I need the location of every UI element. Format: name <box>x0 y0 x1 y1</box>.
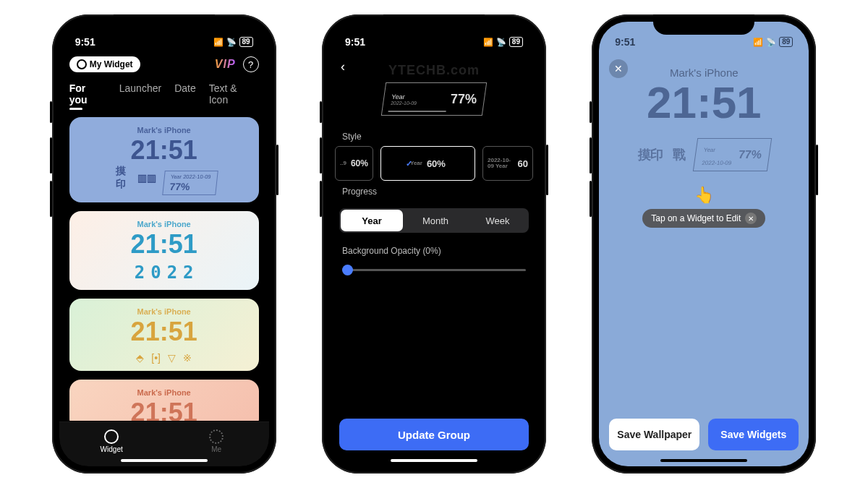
nav-me[interactable]: Me <box>164 429 269 453</box>
category-tabs: For you Launcher Date Text & Icon <box>59 75 269 110</box>
segment-week[interactable]: Week <box>467 208 529 233</box>
pointer-icon: 👆 <box>599 186 809 205</box>
edit-tip: Tap on a Widget to Edit ✕ <box>642 209 765 228</box>
help-icon[interactable]: ? <box>243 56 259 72</box>
signal-icon: 📶 <box>753 38 763 47</box>
card-clock: 21:51 <box>80 317 249 346</box>
widget-icon <box>104 429 119 444</box>
battery-icon: 89 <box>239 37 253 47</box>
home-indicator[interactable] <box>121 459 208 462</box>
style-option-1[interactable]: ..960% <box>335 146 373 181</box>
progress-label: Progress <box>329 181 539 201</box>
widget-preview: Year 2022-10-09 77% <box>381 82 487 116</box>
icon: [•] <box>151 352 161 364</box>
nav-widget[interactable]: Widget <box>59 429 164 453</box>
phone-frame-a: 9:51 📶 📡 89 My Widget VIP ? For you Laun… <box>52 14 276 474</box>
widget-glyph-1[interactable]: 摸印 <box>638 146 663 163</box>
card-owner: Mark's iPhone <box>80 307 249 316</box>
widget-row[interactable]: 摸印 戰 Year2022-10-09 77% <box>599 138 809 171</box>
battery-icon: 89 <box>779 37 793 47</box>
tab-for-you[interactable]: For you <box>69 82 106 106</box>
widget-card-peach[interactable]: Mark's iPhone 21:51 <box>69 380 259 421</box>
widget-card-cream[interactable]: Mark's iPhone 21:51 2 0 2 2 <box>69 211 259 291</box>
icon: ▽ <box>168 352 176 364</box>
year-progress-widget[interactable]: Year2022-10-09 77% <box>693 138 772 171</box>
phone-frame-c: 9:51 📶 📡 89 ✕ Mark's iPhone 21:51 摸印 戰 Y… <box>592 14 816 474</box>
tab-launcher[interactable]: Launcher <box>119 82 161 106</box>
opacity-label: Background Opacity (0%) <box>329 240 539 260</box>
card-clock: 21:51 <box>80 398 249 421</box>
screen-lockscreen-editor: 9:51 📶 📡 89 ✕ Mark's iPhone 21:51 摸印 戰 Y… <box>599 22 809 466</box>
card-owner: Mark's iPhone <box>80 126 249 134</box>
screen-widget-gallery: 9:51 📶 📡 89 My Widget VIP ? For you Laun… <box>59 22 269 466</box>
watermark: YTECHB.com <box>329 63 539 78</box>
preview-percent: 77% <box>451 92 477 107</box>
glyph-icon: 摸印 <box>111 171 130 185</box>
card-owner: Mark's iPhone <box>80 388 249 397</box>
year-progress-hud: Year 2022-10-09 77% <box>162 171 218 195</box>
tab-date[interactable]: Date <box>174 82 196 106</box>
year-segmented: 2 0 2 2 <box>80 262 249 283</box>
close-icon: ✕ <box>614 63 623 74</box>
signal-icon: 📶 <box>213 38 224 47</box>
card-clock: 21:51 <box>80 230 249 259</box>
vip-badge[interactable]: VIP <box>215 58 236 71</box>
wifi-icon: 📡 <box>766 38 776 47</box>
notch <box>383 14 485 35</box>
status-time: 9:51 <box>345 36 365 48</box>
wifi-icon: 📡 <box>496 38 506 47</box>
style-options: ..960% Year60% 2022-10-09 Year60 <box>329 146 539 181</box>
chevron-left-icon: ‹ <box>341 59 345 74</box>
bottom-actions: Save Wallpaper Save Widgets <box>609 419 799 450</box>
card-owner: Mark's iPhone <box>80 220 249 228</box>
widget-card-green[interactable]: Mark's iPhone 21:51 ⬘ [•] ▽ ※ <box>69 299 259 371</box>
me-icon <box>209 429 224 444</box>
icon: ※ <box>183 352 192 364</box>
tip-label: Tap on a Widget to Edit <box>651 213 741 223</box>
tip-close-icon[interactable]: ✕ <box>745 213 757 224</box>
my-widget-label: My Widget <box>90 59 133 69</box>
save-wallpaper-button[interactable]: Save Wallpaper <box>609 419 699 450</box>
slider-thumb[interactable] <box>342 265 353 275</box>
lockscreen-clock[interactable]: 21:51 <box>599 80 809 125</box>
widget-card-blue[interactable]: Mark's iPhone 21:51 摸印 ▥▥ Year 2022-10-0… <box>69 117 259 202</box>
opacity-slider[interactable] <box>329 260 539 274</box>
my-widget-chip[interactable]: My Widget <box>69 56 140 72</box>
icon-row: ⬘ [•] ▽ ※ <box>80 352 249 364</box>
status-time: 9:51 <box>615 36 635 48</box>
widget-list[interactable]: Mark's iPhone 21:51 摸印 ▥▥ Year 2022-10-0… <box>59 110 269 421</box>
segment-month[interactable]: Month <box>404 208 467 233</box>
progress-segment: Year Month Week <box>339 208 529 233</box>
status-time: 9:51 <box>75 36 95 48</box>
home-indicator[interactable] <box>660 459 747 462</box>
phone-frame-b: 9:51 📶 📡 89 ‹ YTECHB.com Year 2022-10-09… <box>322 14 546 474</box>
update-group-button[interactable]: Update Group <box>339 419 529 450</box>
home-indicator[interactable] <box>391 459 477 462</box>
tab-text-icon[interactable]: Text & Icon <box>209 82 259 106</box>
icon: ⬘ <box>136 352 144 364</box>
wifi-icon: 📡 <box>226 38 237 47</box>
battery-icon: 89 <box>509 37 523 47</box>
style-option-3[interactable]: 2022-10-09 Year60 <box>482 146 533 181</box>
signal-icon: 📶 <box>483 38 493 47</box>
notch <box>114 14 215 35</box>
notch <box>653 14 754 35</box>
save-widgets-button[interactable]: Save Widgets <box>708 419 799 450</box>
glyph-icon: ▥▥ <box>137 171 156 185</box>
widget-glyph-2[interactable]: 戰 <box>673 146 685 163</box>
style-label: Style <box>329 126 539 146</box>
card-clock: 21:51 <box>80 136 249 165</box>
screen-widget-editor: 9:51 📶 📡 89 ‹ YTECHB.com Year 2022-10-09… <box>329 22 539 466</box>
style-option-2[interactable]: Year60% <box>380 146 475 181</box>
segment-year[interactable]: Year <box>341 210 403 231</box>
